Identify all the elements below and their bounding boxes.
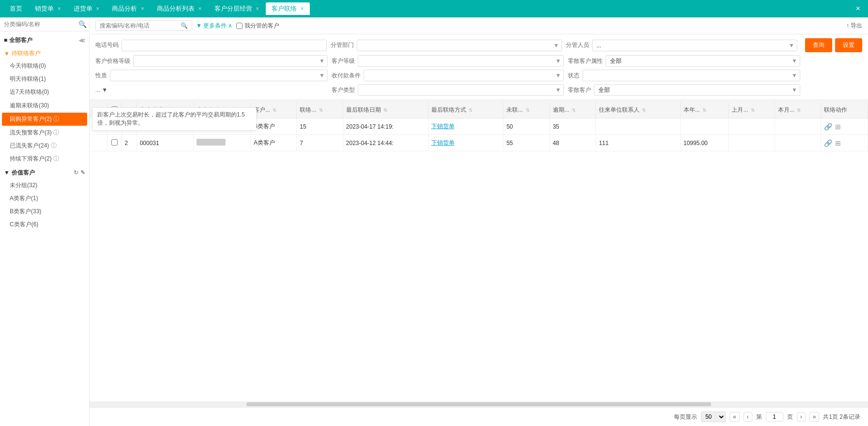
more-conditions-chevron: ∧ [228, 22, 232, 29]
first-page-btn[interactable]: « [730, 412, 740, 422]
col-contact[interactable]: 联络... ⇅ [297, 102, 343, 118]
sidebar-item-class-b[interactable]: B类客户(33) [0, 205, 89, 218]
person-select[interactable]: ... [592, 40, 797, 51]
col-history-contact[interactable]: 往来单位联系人 ⇅ [596, 102, 681, 118]
last-page-btn[interactable]: » [809, 412, 820, 422]
close-sales-icon[interactable]: × [58, 5, 61, 12]
more-conditions-btn[interactable]: ▼ 更多条件 ∧ [196, 22, 232, 30]
search-icon[interactable]: 🔍 [181, 22, 188, 29]
retail-customer-select[interactable]: 全部 [594, 84, 800, 96]
horizontal-scrollbar[interactable] [90, 401, 868, 407]
sidebar-collapse-icon[interactable]: ≪ [79, 37, 85, 44]
close-product-analysis-icon[interactable]: × [141, 5, 144, 12]
close-product-list-icon[interactable]: × [198, 5, 202, 12]
sort-overdue[interactable]: ⇅ [572, 107, 576, 113]
sort-last-method[interactable]: ⇅ [469, 107, 472, 113]
sidebar-search-icon[interactable]: 🔍 [78, 20, 87, 28]
sidebar-item-declining[interactable]: 持续下滑客户(2) ⓘ [0, 152, 89, 165]
sort-this-year[interactable]: ⇅ [702, 107, 706, 113]
price-level-select[interactable] [133, 55, 328, 67]
sidebar-item-7days[interactable]: 近7天待联络(0) [0, 86, 89, 99]
payment-select[interactable] [364, 70, 564, 81]
refresh-icon[interactable]: ↻ [74, 169, 78, 176]
col-overdue[interactable]: 逾期... ⇅ [549, 102, 595, 118]
retail-attr-wrap: 全部 ▼ [606, 55, 800, 67]
sidebar-all-customers[interactable]: ■ 全部客户 ≪ [0, 33, 89, 47]
sidebar-item-unclassified[interactable]: 未分组(32) [0, 179, 89, 192]
action-link-icon-1[interactable]: 🔗 [824, 139, 832, 147]
tab-purchase[interactable]: 进货单 × [68, 2, 106, 15]
sort-uncontact[interactable]: ⇅ [526, 107, 530, 113]
settings-button[interactable]: 设置 [835, 38, 862, 52]
page-input[interactable] [766, 412, 783, 422]
tab-product-list[interactable]: 商品分析列表 × [151, 2, 208, 15]
sort-this-month[interactable]: ⇅ [797, 107, 801, 113]
prev-page-btn[interactable]: ‹ [744, 412, 752, 422]
sort-last-month[interactable]: ⇅ [751, 107, 755, 113]
sort-type[interactable]: ⇅ [273, 107, 276, 113]
row-checkbox-1[interactable] [107, 135, 122, 151]
payment-field: 收付款条件 ▼ [332, 70, 564, 81]
sidebar-item-today[interactable]: 今天待联络(0) [0, 59, 89, 73]
dept-select[interactable] [357, 40, 562, 51]
my-customers-check[interactable] [236, 23, 243, 29]
row-last-method-1[interactable]: 下销货单 [428, 135, 503, 151]
edit-icon[interactable]: ✎ [80, 169, 85, 176]
my-customers-checkbox[interactable]: 我分管的客户 [236, 22, 279, 30]
sort-history[interactable]: ⇅ [642, 107, 646, 113]
sidebar-item-churn-warning[interactable]: 流失预警客户(3) ⓘ [0, 126, 89, 139]
sidebar-item-class-a[interactable]: A类客户(1) [0, 192, 89, 205]
sidebar-item-overdue[interactable]: 逾期未联络(30) [0, 99, 89, 112]
per-page-select[interactable]: 50 100 200 [701, 411, 726, 422]
action-link-icon-0[interactable]: 🔗 [824, 123, 832, 131]
sidebar-group-pending[interactable]: ▼ 待联络客户 [0, 47, 89, 59]
col-this-month[interactable]: 本月... ⇅ [775, 102, 821, 118]
retail-attr-select[interactable]: 全部 [606, 55, 800, 67]
sort-contact[interactable]: ⇅ [319, 107, 323, 113]
tab-sales[interactable]: 销货单 × [29, 2, 67, 15]
sidebar-item-lost[interactable]: 已流失客户(24) ⓘ [0, 139, 89, 152]
status-select[interactable] [582, 70, 800, 81]
sort-last-date[interactable]: ⇅ [383, 107, 387, 113]
col-uncontact[interactable]: 未联... ⇅ [503, 102, 549, 118]
export-icon: ↑ [846, 22, 849, 29]
sidebar-value-arrow[interactable]: ▼ [4, 169, 10, 176]
tab-customer-tier[interactable]: 客户分层经营 × [209, 2, 265, 15]
next-page-btn[interactable]: › [797, 412, 806, 422]
more-fields-btn[interactable]: ... ▼ [95, 87, 107, 93]
tab-product-analysis[interactable]: 商品分析 × [106, 2, 150, 15]
query-button[interactable]: 查询 [805, 38, 832, 52]
row-last-method-0[interactable]: 下销货单 [428, 118, 503, 135]
close-customer-tier-icon[interactable]: × [256, 5, 259, 12]
scroll-thumb[interactable] [246, 402, 711, 406]
page-unit-label: 页 [787, 413, 793, 421]
sidebar-item-abnormal[interactable]: 回购异常客户(2) ⓘ [2, 113, 87, 126]
search-input[interactable] [100, 22, 179, 29]
col-last-month[interactable]: 上月... ⇅ [729, 102, 775, 118]
nature-select[interactable] [110, 70, 328, 81]
main-layout: 🔍 ■ 全部客户 ≪ ▼ 待联络客户 今天待联络(0) 明天待联络(1) 近7天… [0, 17, 868, 426]
customer-level-select[interactable] [358, 55, 564, 67]
col-type[interactable]: 客户... ⇅ [250, 102, 296, 118]
col-last-date[interactable]: 最后联络日期 ⇅ [343, 102, 428, 118]
row-settings-1 [90, 135, 107, 151]
export-button[interactable]: ↑ 导出 [846, 22, 862, 30]
sidebar-item-class-c[interactable]: C类客户(6) [0, 218, 89, 231]
close-customer-contact-icon[interactable]: × [301, 5, 304, 12]
tab-home[interactable]: 首页 [4, 2, 28, 15]
tab-customer-contact[interactable]: 客户联络 × [266, 2, 310, 15]
customer-level-wrap: ▼ [358, 55, 564, 67]
col-last-method[interactable]: 最后联络方式 ⇅ [428, 102, 503, 118]
phone-input[interactable] [122, 40, 327, 51]
window-close-button[interactable]: × [852, 4, 864, 13]
action-grid-icon-0[interactable]: ⊞ [835, 123, 841, 131]
export-label: 导出 [851, 22, 862, 30]
sidebar-search-input[interactable] [4, 21, 76, 28]
sidebar-value-label: 价值客户 [12, 169, 35, 177]
sidebar-item-tomorrow[interactable]: 明天待联络(1) [0, 73, 89, 86]
person-select-wrap: ... ▼ [592, 40, 797, 51]
action-grid-icon-1[interactable]: ⊞ [835, 139, 841, 147]
close-purchase-icon[interactable]: × [96, 5, 99, 12]
col-this-year[interactable]: 本年... ⇅ [680, 102, 729, 118]
customer-type-select[interactable] [358, 84, 564, 96]
